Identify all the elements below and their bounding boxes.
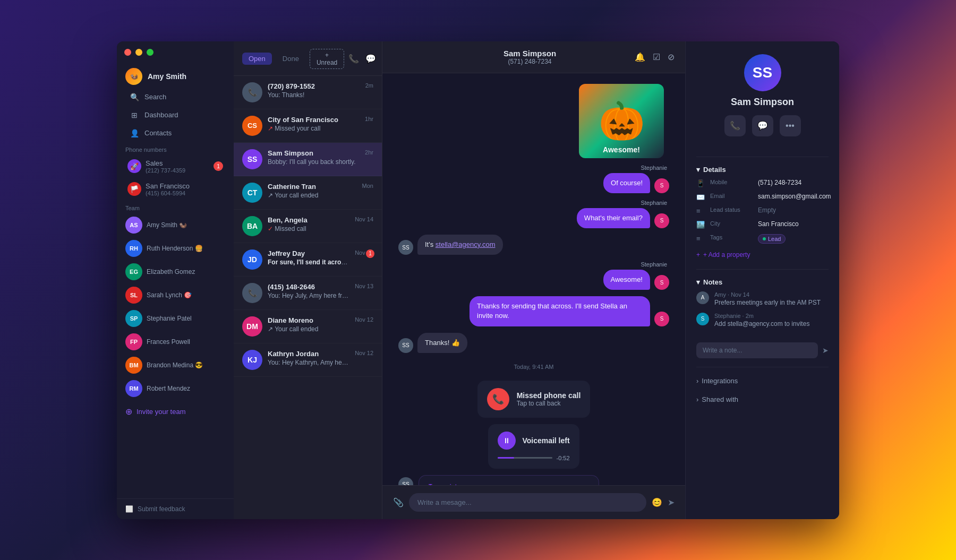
conv-info-kathryn: Kathryn Jordan You: Hey Kathryn, Amy her… bbox=[268, 350, 349, 366]
conv-info-diane: Diane Moreno ↗ Your call ended bbox=[268, 316, 349, 333]
stella-email-link[interactable]: stella@agency.com bbox=[436, 240, 496, 248]
contact-call-button[interactable]: 📞 bbox=[724, 115, 746, 136]
voicemail-progress-bar[interactable] bbox=[498, 457, 552, 459]
contact-more-button[interactable]: ••• bbox=[780, 115, 801, 136]
sidebar-team-amy[interactable]: AS Amy Smith 🦦 bbox=[117, 213, 234, 237]
sales-inbox-badge: 1 bbox=[214, 161, 223, 171]
msg-row-ofcourse: Of course! S bbox=[398, 173, 669, 193]
sidebar-team-brandon[interactable]: BM Brandon Medina 😎 bbox=[117, 354, 234, 377]
emoji-icon[interactable]: 😊 bbox=[652, 497, 662, 507]
chat-input[interactable] bbox=[409, 493, 646, 512]
sidebar-team-stephanie[interactable]: SP Stephanie Patel bbox=[117, 307, 234, 330]
conv-item-diane[interactable]: DM Diane Moreno ↗ Your call ended Nov 12 bbox=[234, 310, 382, 343]
conv-preview-kathryn: You: Hey Kathryn, Amy here from Zest. Th… bbox=[268, 359, 349, 366]
team-member-ruth-label: Ruth Henderson 🍔 bbox=[147, 245, 203, 252]
conv-item-720[interactable]: 📞 (720) 879-1552 You: Thanks! 2m bbox=[234, 76, 382, 109]
conv-preview-diane: ↗ Your call ended bbox=[268, 325, 349, 333]
conv-item-catherine[interactable]: CT Catherine Tran ↗ Your call ended Mon bbox=[234, 176, 382, 210]
note-send-icon[interactable]: ➤ bbox=[822, 346, 829, 355]
missed-icon-ben: ✓ bbox=[268, 225, 273, 232]
invite-team-button[interactable]: ⊕ Invite your team bbox=[117, 402, 234, 421]
shared-with-section[interactable]: › Shared with bbox=[686, 390, 839, 409]
close-button[interactable] bbox=[124, 49, 131, 56]
play-button[interactable]: ⏸ bbox=[498, 432, 516, 450]
note-avatar-amy: A bbox=[696, 291, 709, 304]
conv-name-720: (720) 879-1552 bbox=[268, 82, 360, 90]
sidebar-item-san-francisco[interactable]: 🏳️ San Francisco (415) 604-5994 bbox=[119, 178, 232, 200]
conv-item-ben[interactable]: BA Ben, Angela ✓ Missed call Nov 14 bbox=[234, 210, 382, 243]
tag-label: Lead bbox=[768, 236, 781, 242]
msg-avatar-stephanie4: S bbox=[654, 312, 669, 326]
check-icon[interactable]: ☑ bbox=[653, 52, 660, 62]
voicemail-card: ⏸ Voicemail left -0:52 bbox=[488, 424, 579, 469]
conv-name-sf: City of San Francisco bbox=[268, 116, 360, 124]
conv-info-jeffrey: Jeffrey Day For sure, I'll send it acros… bbox=[268, 249, 349, 266]
conv-item-jeffrey[interactable]: JD Jeffrey Day For sure, I'll send it ac… bbox=[234, 243, 382, 277]
sidebar-team-robert[interactable]: RM Robert Mendez bbox=[117, 377, 234, 400]
jeffrey-preview-bold: For sure, I'll send it across shortly 👍 bbox=[268, 259, 349, 266]
chat-contact-name: Sam Simpson bbox=[503, 49, 556, 58]
minimize-button[interactable] bbox=[135, 49, 142, 56]
timestamp-divider: Today, 9:41 AM bbox=[398, 364, 669, 370]
conv-name-jeffrey: Jeffrey Day bbox=[268, 249, 349, 257]
tab-done[interactable]: Done bbox=[276, 53, 305, 65]
msg-sender-name-stephanie1: Stephanie bbox=[398, 165, 667, 171]
msg-avatar-sam1: SS bbox=[398, 240, 413, 255]
send-icon[interactable]: ➤ bbox=[668, 497, 675, 507]
user-avatar-initials: 🦦 bbox=[130, 73, 138, 80]
tab-unread[interactable]: + Unread bbox=[310, 49, 344, 69]
message-action-icon[interactable]: 💬 bbox=[365, 54, 376, 64]
conv-item-sam[interactable]: SS Sam Simpson Bobby: I'll call you back… bbox=[234, 143, 382, 176]
note-input[interactable] bbox=[696, 342, 818, 358]
sidebar-team-elizabeth[interactable]: EG Elizabeth Gomez bbox=[117, 260, 234, 283]
stephanie-avatar: SP bbox=[125, 310, 142, 327]
tags-icon: ≡ bbox=[696, 235, 705, 243]
contact-name-large: Sam Simpson bbox=[696, 97, 829, 108]
msg-image-caption: Awesome! bbox=[579, 145, 664, 154]
sidebar-item-search[interactable]: 🔍 Search bbox=[121, 89, 229, 106]
brandon-avatar: BM bbox=[125, 357, 142, 374]
lead-tag[interactable]: Lead bbox=[758, 234, 786, 244]
sf-inbox-name: San Francisco bbox=[146, 182, 190, 190]
sidebar-item-dashboard[interactable]: ⊞ Dashboard bbox=[121, 107, 229, 124]
amy-avatar: AS bbox=[125, 217, 142, 234]
notes-header[interactable]: ▾ Notes bbox=[696, 278, 829, 286]
sidebar-item-contacts[interactable]: 👤 Contacts bbox=[121, 125, 229, 142]
conv-avatar-sf: CS bbox=[242, 116, 262, 136]
conv-info-sf: City of San Francisco ↗ Missed your call bbox=[268, 116, 360, 132]
voicemail-progress-fill bbox=[498, 457, 514, 459]
conv-item-kathryn[interactable]: KJ Kathryn Jordan You: Hey Kathryn, Amy … bbox=[234, 343, 382, 377]
mobile-value: (571) 248-7234 bbox=[758, 179, 801, 186]
add-icon: + bbox=[696, 251, 700, 259]
conv-item-sf[interactable]: CS City of San Francisco ↗ Missed your c… bbox=[234, 109, 382, 143]
sidebar-team-sarah[interactable]: SL Sarah Lynch 🎯 bbox=[117, 283, 234, 307]
sidebar-item-sales[interactable]: 🚀 Sales (212) 737-4359 1 bbox=[119, 156, 232, 177]
missed-call-text: Missed phone call Tap to call back bbox=[517, 391, 581, 407]
transcript-avatar: SS bbox=[398, 477, 413, 485]
msg-row-thanks-in: SS Thanks! 👍 bbox=[398, 333, 669, 353]
call-ended-arrow-diane: ↗ bbox=[268, 325, 273, 333]
maximize-button[interactable] bbox=[147, 49, 153, 56]
conv-item-415[interactable]: 📞 (415) 148-2646 You: Hey July, Amy here… bbox=[234, 277, 382, 310]
contact-details-section: ▾ Details 📱 Mobile (571) 248-7234 ✉️ Ema… bbox=[686, 161, 839, 265]
team-member-stephanie-label: Stephanie Patel bbox=[147, 315, 192, 322]
chat-messages: 🎃 Awesome! Stephanie Of course! S Stepha… bbox=[382, 73, 685, 485]
note-text-stephanie: Add stella@agency.com to invites bbox=[714, 320, 809, 328]
add-property-button[interactable]: + + Add a property bbox=[696, 249, 829, 261]
block-icon[interactable]: ⊘ bbox=[668, 52, 675, 62]
sidebar-team-ruth[interactable]: RH Ruth Henderson 🍔 bbox=[117, 237, 234, 260]
missed-call-card[interactable]: 📞 Missed phone call Tap to call back bbox=[477, 381, 591, 418]
sidebar-team-frances[interactable]: FP Frances Powell bbox=[117, 330, 234, 354]
notification-icon[interactable]: 🔔 bbox=[635, 52, 645, 62]
integrations-section[interactable]: › Integrations bbox=[686, 372, 839, 390]
tab-open[interactable]: Open bbox=[242, 53, 272, 65]
submit-feedback-button[interactable]: ⬜ Submit feedback bbox=[125, 505, 225, 513]
conv-time-sf: 1hr bbox=[365, 116, 373, 122]
phone-action-icon[interactable]: 📞 bbox=[348, 54, 359, 64]
conv-avatar-415: 📞 bbox=[242, 283, 262, 303]
tags-value: Lead bbox=[758, 234, 786, 244]
city-label: City bbox=[710, 220, 753, 227]
contact-message-button[interactable]: 💬 bbox=[752, 115, 773, 136]
contact-details-header[interactable]: ▾ Details bbox=[696, 166, 829, 174]
attachment-icon[interactable]: 📎 bbox=[393, 497, 404, 507]
